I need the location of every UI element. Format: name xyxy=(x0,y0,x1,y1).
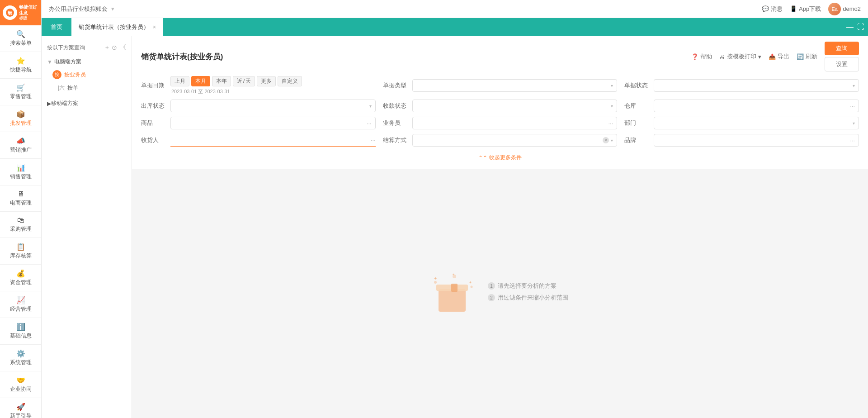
goods-control[interactable]: ··· xyxy=(170,117,376,129)
sidebar-item-retail[interactable]: 🛒 零售管理 xyxy=(0,79,41,105)
date-quick-btns: 上月 本月 本年 近7天 更多 自定义 xyxy=(170,76,302,86)
sidebar-item-system[interactable]: ⚙️ 系统管理 xyxy=(0,345,41,371)
copy-scheme-btn[interactable]: ⊙ xyxy=(112,44,117,51)
base-icon: ℹ️ xyxy=(2,323,39,331)
salesperson-label: 业务员 xyxy=(383,119,412,127)
page-actions: ❓ 帮助 🖨 按模板打印 ▾ 📤 导出 🔄 xyxy=(691,42,859,71)
empty-content: ✦ ✦ ✦ 1 请先选择要分析的方案 2 用过滤条件来缩小分析范围 xyxy=(432,271,568,316)
tab-maximize-btn[interactable]: ⛶ xyxy=(857,23,864,31)
date-btn-more[interactable]: 更多 xyxy=(257,76,276,86)
operations-icon: 📈 xyxy=(2,296,39,304)
date-btn-this-month[interactable]: 本月 xyxy=(191,76,210,86)
warehouse-dots: ··· xyxy=(850,103,855,109)
print-btn[interactable]: 🖨 按模板打印 ▾ xyxy=(719,52,761,61)
tip-num-2: 2 xyxy=(488,294,495,301)
sidebar-item-sales[interactable]: 📊 销售管理 xyxy=(0,159,41,185)
dropdown-arrow[interactable]: ▾ xyxy=(111,5,114,12)
left-panel: 按以下方案查询 + ⊙ 《 ▼ 电脑端方案 按 按业务员 xyxy=(42,36,132,418)
date-btn-this-year[interactable]: 本年 xyxy=(212,76,231,86)
date-range-display: 2023-03-01 至 2023-03-31 xyxy=(170,88,376,95)
warehouse-control[interactable]: ··· xyxy=(654,100,859,112)
add-scheme-btn[interactable]: + xyxy=(105,44,109,51)
query-button[interactable]: 查询 xyxy=(825,42,859,55)
message-btn[interactable]: 💬 消息 xyxy=(762,5,783,13)
app-download-icon: 📱 xyxy=(790,5,797,12)
sidebar-item-wholesale[interactable]: 📦 批发管理 xyxy=(0,105,41,132)
consignee-dots: ··· xyxy=(371,137,376,143)
sidebar-item-base[interactable]: ℹ️ 基础信息 xyxy=(0,318,41,345)
goods-label: 商品 xyxy=(141,119,170,127)
top-section: 销货单统计表(按业务员) ❓ 帮助 🖨 按模板打印 ▾ 📤 xyxy=(132,36,868,169)
date-btn-7days[interactable]: 近7天 xyxy=(233,76,255,86)
app-download-btn[interactable]: 📱 App下载 xyxy=(790,5,821,13)
refresh-btn[interactable]: 🔄 刷新 xyxy=(797,52,817,61)
sidebar-item-enterprise[interactable]: 🤝 企业协同 xyxy=(0,371,41,398)
out-status-control[interactable]: ▾ xyxy=(170,100,376,112)
suite-title: 办公用品行业模拟账套 xyxy=(49,5,108,13)
collapse-filter-btn[interactable]: ⌃⌃ 收起更多条件 xyxy=(141,151,859,164)
settlement-clear-btn[interactable]: × xyxy=(603,137,609,143)
sidebar-item-finance[interactable]: 💰 资金管理 xyxy=(0,265,41,291)
sidebar-item-operations[interactable]: 📈 经营管理 xyxy=(0,291,41,318)
export-btn[interactable]: 📤 导出 xyxy=(769,52,789,61)
consignee-control[interactable]: ··· xyxy=(170,134,376,147)
left-panel-actions: + ⊙ 《 xyxy=(105,43,126,52)
empty-tip-2: 2 用过滤条件来缩小分析范围 xyxy=(488,294,568,302)
date-btn-last-month[interactable]: 上月 xyxy=(170,76,189,86)
desktop-group-arrow: ▼ xyxy=(47,59,52,65)
salesperson-dots: ··· xyxy=(608,120,613,127)
empty-illustration: ✦ ✦ ✦ xyxy=(432,271,477,316)
search-icon: 🔍 xyxy=(2,30,39,38)
mobile-scheme-group: ▶ 移动端方案 xyxy=(42,96,132,111)
tab-minimize-btn[interactable]: — xyxy=(846,23,854,31)
tab-home[interactable]: 首页 xyxy=(42,18,71,36)
collapse-panel-btn[interactable]: 《 xyxy=(120,43,126,52)
brand-control[interactable]: ··· xyxy=(654,134,859,147)
top-header: 办公用品行业模拟账套 ▾ 💬 消息 📱 App下载 Ea demo2 xyxy=(42,0,868,18)
department-control[interactable]: ▾ xyxy=(654,117,859,129)
doc-status-control[interactable]: ▾ xyxy=(654,79,859,92)
goods-dots: ··· xyxy=(367,120,372,127)
date-btn-custom[interactable]: 自定义 xyxy=(278,76,302,86)
ecommerce-icon: 🖥 xyxy=(2,190,39,198)
mobile-group-header[interactable]: ▶ 移动端方案 xyxy=(42,98,132,109)
filter-section: 单据日期 上月 本月 本年 近7天 更多 自定义 20 xyxy=(132,76,868,169)
help-btn[interactable]: ❓ 帮助 xyxy=(691,52,712,61)
goods-col: 商品 ··· xyxy=(141,117,376,129)
doc-type-control[interactable]: ▾ xyxy=(412,79,618,92)
scheme-sub-item-order[interactable]: |六 按单 xyxy=(42,82,132,94)
desktop-group-header[interactable]: ▼ 电脑端方案 xyxy=(42,56,132,67)
payment-status-control[interactable]: ▾ xyxy=(412,100,618,112)
doc-type-col: 单据类型 ▾ xyxy=(383,79,618,92)
doc-status-arrow: ▾ xyxy=(853,83,855,88)
doc-type-label: 单据类型 xyxy=(383,81,412,90)
sidebar-item-newuser[interactable]: 🚀 新手引导 xyxy=(0,398,41,418)
tab-active[interactable]: 销货单统计表（按业务员） × xyxy=(71,18,163,36)
inventory-icon: 📋 xyxy=(2,242,39,251)
settlement-control[interactable]: × ▾ xyxy=(412,134,618,147)
svg-text:✦: ✦ xyxy=(469,280,472,285)
export-icon: 📤 xyxy=(769,53,776,60)
main-area: 办公用品行业模拟账套 ▾ 💬 消息 📱 App下载 Ea demo2 首页 xyxy=(42,0,868,418)
settings-button[interactable]: 设置 xyxy=(825,57,859,71)
left-panel-header: 按以下方案查询 + ⊙ 《 xyxy=(42,41,132,54)
print-dropdown-arrow: ▾ xyxy=(758,53,761,60)
user-profile[interactable]: Ea demo2 xyxy=(828,3,861,15)
sidebar-item-marketing[interactable]: 📣 营销推广 xyxy=(0,132,41,159)
sidebar-item-shortcut[interactable]: ⭐ 快捷导航 xyxy=(0,52,41,79)
svg-point-5 xyxy=(434,281,437,284)
date-label: 单据日期 xyxy=(141,81,170,90)
tab-close-btn[interactable]: × xyxy=(153,24,156,30)
salesperson-control[interactable]: ··· xyxy=(412,117,618,129)
sidebar-item-inventory[interactable]: 📋 库存核算 xyxy=(0,238,41,265)
salesperson-col: 业务员 ··· xyxy=(383,117,618,129)
shortcut-icon: ⭐ xyxy=(2,57,39,65)
brand-col: 品牌 ··· xyxy=(624,134,859,147)
scheme-item-salesperson[interactable]: 按 按业务员 xyxy=(42,67,132,82)
svg-text:✦: ✦ xyxy=(452,273,455,276)
sidebar-item-search[interactable]: 🔍 搜索菜单 xyxy=(0,25,41,52)
doc-status-col: 单据状态 ▾ xyxy=(624,79,859,92)
payment-status-label: 收款状态 xyxy=(383,102,412,110)
sidebar-item-purchase[interactable]: 🛍 采购管理 xyxy=(0,212,41,238)
sidebar-item-ecommerce[interactable]: 🖥 电商管理 xyxy=(0,185,41,212)
